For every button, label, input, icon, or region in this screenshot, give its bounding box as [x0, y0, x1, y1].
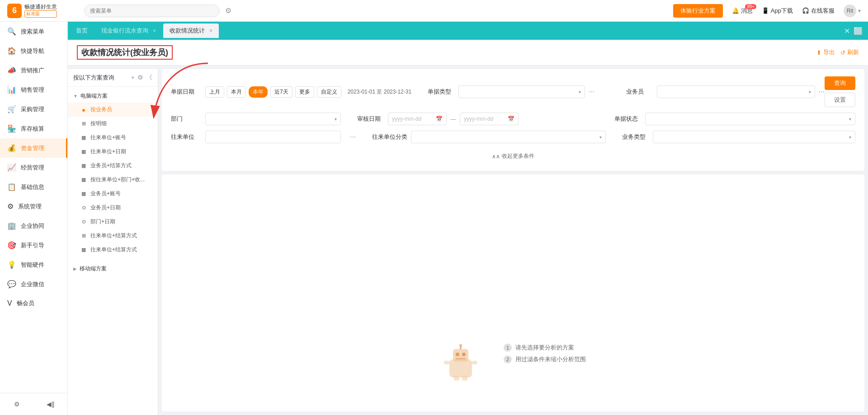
user-name: Rit — [847, 8, 854, 14]
scheme-item-partner-dept-label: 按往来单位+部门+收... — [90, 176, 145, 184]
partner-category-label: 往来单位分类 — [372, 133, 407, 141]
dept-select[interactable]: ▾ — [205, 113, 341, 125]
refresh-button[interactable]: ↺ 刷新 — [840, 48, 859, 57]
settings-button[interactable]: 设置 — [825, 93, 855, 107]
hardware-icon: 💡 — [7, 260, 16, 269]
sidebar-label-system: 系统管理 — [18, 203, 42, 211]
header-search-input[interactable] — [84, 5, 220, 17]
scheme-group-mobile-title[interactable]: ▶ 移动端方案 — [68, 262, 158, 275]
scheme-item-partner-settle1[interactable]: ⊞ 往来单位+结算方式 — [68, 229, 158, 243]
export-button[interactable]: ⬆ 导出 — [816, 48, 835, 57]
sidebar-item-enterprise[interactable]: 🏢 企业协同 — [0, 216, 67, 236]
scheme-item-detail-label: 按明细 — [90, 120, 107, 127]
scheme-item-dept-date[interactable]: ⊙ 部门+日期 — [68, 215, 158, 229]
scheme-item-by-detail[interactable]: ⊞ 按明细 — [68, 117, 158, 131]
scheme-item-salesperson-date[interactable]: ⊙ 业务员+日期 — [68, 201, 158, 215]
user-area[interactable]: Rit ▾ — [844, 5, 861, 17]
date-btn-last-month[interactable]: 上月 — [205, 86, 224, 98]
scheme-detail-icon: ⊞ — [80, 121, 87, 127]
sidebar-item-purchase[interactable]: 🛒 采购管理 — [0, 99, 67, 119]
salesperson-arrow: ▾ — [809, 90, 811, 94]
svg-rect-1 — [453, 349, 468, 362]
sidebar-item-quick-nav[interactable]: 🏠 快捷导航 — [0, 41, 67, 61]
sidebar-item-system[interactable]: ⚙ 系统管理 — [0, 197, 67, 216]
scheme-group-desktop-title[interactable]: ▼ 电脑端方案 — [68, 90, 158, 103]
sidebar-item-beginner[interactable]: 🎯 新手引导 — [0, 236, 67, 255]
megaphone-icon: 📣 — [7, 66, 16, 75]
scheme-group-arrow-down: ▼ — [73, 94, 78, 99]
results-area: 1 请先选择要分析的方案 2 用过滤条件来缩小分析范围 — [162, 174, 864, 411]
tab-home[interactable]: 首页 — [70, 24, 94, 38]
gear-icon[interactable]: ⚙ — [225, 6, 231, 15]
scheme-item-salesperson-account[interactable]: ▦ 业务员+账号 — [68, 187, 158, 201]
app-download-item[interactable]: 📱 App下载 — [762, 7, 793, 15]
svg-rect-8 — [462, 376, 467, 381]
scheme-list: ▼ 电脑端方案 ● 按业务员 ⊞ 按明细 ▦ 往 — [68, 87, 158, 415]
svg-rect-4 — [456, 358, 466, 359]
scheme-gear-button[interactable]: ⚙ — [137, 74, 143, 82]
date-btn-custom[interactable]: 自定义 — [317, 86, 341, 98]
salesperson-select[interactable]: ▾ — [657, 85, 815, 98]
notification-item[interactable]: 🔔 消息 99+ — [732, 7, 753, 15]
dept-label: 部门 — [171, 115, 198, 123]
scheme-item-partner-settle2[interactable]: ▦ 往来单位+结算方式 — [68, 243, 158, 257]
sidebar-item-inventory[interactable]: 🏪 库存核算 — [0, 119, 67, 138]
scheme-mobile-arrow: ▶ — [73, 266, 77, 271]
scheme-item-salesperson-settle[interactable]: ▦ 业务员+结算方式 — [68, 159, 158, 173]
sidebar-settings-btn[interactable]: ⚙ — [0, 397, 34, 411]
scheme-salesperson-account-icon: ▦ — [80, 191, 87, 197]
date-btn-7days[interactable]: 近7天 — [270, 86, 292, 98]
partner-more-icon[interactable]: ··· — [350, 133, 356, 141]
bell-icon: 🔔 — [732, 7, 739, 14]
doc-status-label: 单据状态 — [614, 115, 642, 123]
sidebar-item-search-menu[interactable]: 🔍 搜索菜单 — [0, 22, 67, 41]
doc-status-select[interactable]: ▾ — [645, 113, 855, 125]
sidebar-collapse-btn[interactable]: ◀‖ — [34, 397, 68, 411]
member-icon: V — [7, 299, 12, 307]
doc-type-more-icon[interactable]: ··· — [589, 88, 594, 96]
partner-select[interactable] — [205, 131, 341, 143]
scheme-collapse-button[interactable]: 《 — [146, 74, 152, 82]
tab-close-window-icon[interactable]: ✕ — [844, 27, 850, 35]
top-header: 6 畅捷通好生意 标准版 ⚙ 体验行业方案 🔔 消息 99+ 📱 App下载 🎧… — [0, 0, 868, 22]
review-date-start[interactable]: yyyy-mm-dd 📅 — [388, 113, 447, 125]
business-type-select[interactable]: ▾ — [653, 131, 855, 143]
sidebar-item-smart-hardware[interactable]: 💡 智能硬件 — [0, 255, 67, 274]
scheme-item-partner-date[interactable]: ▦ 往来单位+日期 — [68, 145, 158, 159]
sidebar-item-sales[interactable]: 📊 销售管理 — [0, 80, 67, 99]
query-button[interactable]: 查询 — [825, 76, 855, 90]
app-name: 畅捷通好生意 — [24, 4, 57, 11]
sidebar-item-member[interactable]: V 畅会员 — [0, 294, 67, 313]
scheme-item-partner-account[interactable]: ▦ 往来单位+账号 — [68, 131, 158, 145]
tab-bank-flow[interactable]: 现金银行流水查询 × — [95, 24, 162, 38]
scheme-item-partner-dept[interactable]: ▦ 按往来单位+部门+收... — [68, 173, 158, 187]
partner-category-select[interactable]: ▾ — [411, 131, 605, 143]
try-plan-button[interactable]: 体验行业方案 — [673, 4, 723, 18]
scheme-add-button[interactable]: + — [131, 74, 135, 82]
filter-row-2: 部门 ▾ 审核日期 yyyy-mm-dd 📅 — — [171, 113, 855, 125]
scheme-item-by-salesperson[interactable]: ● 按业务员 — [68, 103, 158, 117]
online-service-label: 在线客服 — [811, 7, 835, 15]
collapse-row[interactable]: ∧∧ 收起更多条件 — [171, 149, 855, 164]
export-label: 导出 — [823, 48, 835, 57]
filter-row-1: 单据日期 上月 本月 本年 近7天 更多 自定义 2023-01-01 至 20… — [171, 76, 855, 107]
sidebar-item-marketing[interactable]: 📣 营销推广 — [0, 61, 67, 80]
date-btn-this-year[interactable]: 本年 — [249, 86, 268, 98]
review-date-end[interactable]: yyyy-mm-dd 📅 — [460, 113, 519, 125]
dept-arrow: ▾ — [335, 117, 337, 122]
doc-type-select[interactable]: ▾ — [458, 85, 585, 98]
date-btn-more[interactable]: 更多 — [295, 86, 314, 98]
tab-collection-stats[interactable]: 收款情况统计 × — [163, 24, 219, 38]
sidebar-item-wechat[interactable]: 💬 企业微信 — [0, 274, 67, 294]
salesperson-more-icon[interactable]: ··· — [819, 88, 825, 96]
online-service-item[interactable]: 🎧 在线客服 — [802, 7, 835, 15]
sidebar-item-operations[interactable]: 📈 经营管理 — [0, 158, 67, 177]
tab-maximize-icon[interactable]: ⬜ — [854, 27, 863, 35]
date-btn-this-month[interactable]: 本月 — [227, 86, 246, 98]
filter-panel: 单据日期 上月 本月 本年 近7天 更多 自定义 2023-01-01 至 20… — [162, 69, 864, 171]
tab-collection-stats-close[interactable]: × — [209, 28, 212, 34]
sidebar-item-basic-info[interactable]: 📋 基础信息 — [0, 177, 67, 197]
tab-bank-flow-close[interactable]: × — [153, 28, 156, 34]
sidebar-item-finance[interactable]: 💰 资金管理 — [0, 138, 67, 158]
refresh-icon: ↺ — [840, 49, 845, 56]
